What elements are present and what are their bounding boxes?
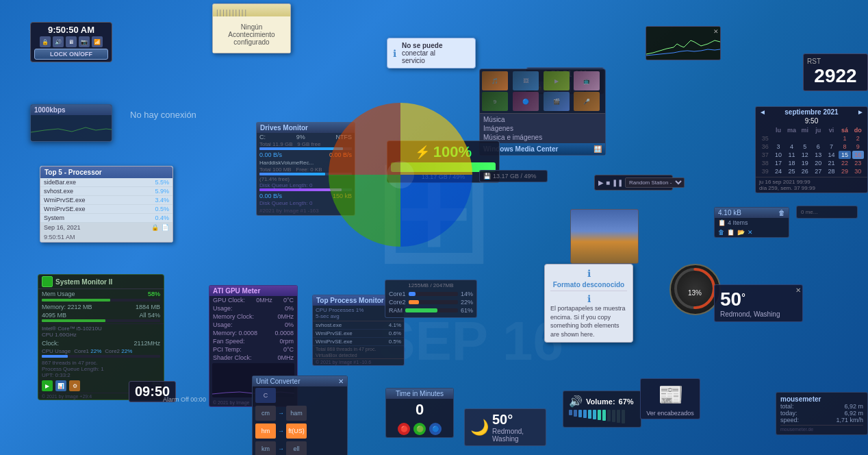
clipboard-close-icon[interactable]: ✕: [748, 229, 753, 236]
media-thumb-4[interactable]: 📺: [574, 71, 600, 90]
clock-icon-5[interactable]: 📶: [92, 36, 103, 47]
weather-close-icon[interactable]: ✕: [795, 286, 801, 294]
vol-seg-1: [569, 410, 572, 415]
clock-icon-2[interactable]: 🔊: [53, 36, 64, 47]
media-thumb-1[interactable]: 🎵: [482, 71, 508, 90]
volume-percent: 67%: [619, 397, 634, 406]
drive-c-bar: [259, 147, 352, 150]
mousemeter-title: mousemeter: [780, 395, 863, 403]
clipboard-icon: 📋: [718, 219, 726, 226]
notification-widget: 0 me...: [796, 206, 858, 219]
vol-seg-6: [593, 410, 596, 419]
core-usage-widget: 1255MB / 2047MB Core1 14% Core2 22% RAM …: [385, 280, 477, 318]
sysmon-icon-2[interactable]: 📊: [55, 380, 66, 391]
calendar-next-btn[interactable]: ►: [857, 108, 864, 116]
unit-btn-ham[interactable]: ham: [286, 406, 307, 421]
mousemeter-speed-row: speed: 1,71 km/h: [780, 417, 863, 423]
media-thumb-7[interactable]: 🎬: [544, 92, 570, 111]
hdd-widget: 💾 13.17 GB / 49%: [479, 170, 548, 182]
unit-btn-km[interactable]: km: [255, 441, 276, 455]
calendar-month-label: septiembre 2021: [784, 108, 838, 116]
weather-temp: 50 °: [720, 288, 797, 310]
photo-landscape: [571, 210, 638, 263]
clipboard-action-row: 🗑 📋 📂 ✕: [715, 228, 789, 237]
radio-play-btn[interactable]: ▶: [598, 179, 604, 186]
clipboard-delete-icon[interactable]: 🗑: [718, 229, 724, 236]
time-min-reset-btn[interactable]: 🔴: [398, 423, 410, 435]
clock-icon-1[interactable]: 🔒: [40, 36, 51, 47]
vol-seg-12: [622, 410, 625, 423]
calendar-time: 9:50: [756, 117, 867, 125]
formato-text: El portapapeles se muestra encima. Si If…: [550, 304, 627, 339]
radio-stop-btn[interactable]: ■: [606, 179, 610, 186]
clipboard-copy-icon[interactable]: 📋: [727, 229, 735, 236]
media-thumb-5[interactable]: 9: [482, 92, 508, 111]
speedometer-widget: 13%: [669, 264, 721, 315]
formato-icon: ℹ: [550, 268, 627, 279]
unit-btn-ftus[interactable]: ft(US): [286, 423, 307, 439]
gpu-row-5: Memory: 0.00080.0008: [209, 329, 297, 337]
vol-seg-8: [602, 410, 606, 421]
no-connection-label: No hay conexión: [130, 110, 196, 120]
rss-label[interactable]: Ver encabezados: [641, 410, 700, 419]
unit-btn-hm[interactable]: hm: [255, 423, 276, 439]
unit-row-3: km → ell: [253, 440, 347, 455]
drive-hd-row: HarddiskVolumeRec...: [257, 159, 355, 167]
drive-c-row: C:9%NTFS: [257, 133, 355, 141]
media-thumb-8[interactable]: 🎤: [574, 92, 600, 111]
radio-pause-btn[interactable]: ❚❚: [612, 179, 623, 186]
svg-text:13%: 13%: [688, 289, 702, 297]
info-widget: ℹ No se puede conectar al servicio: [387, 38, 476, 69]
calendar-prev-btn[interactable]: ◄: [759, 108, 766, 116]
unit-type-c[interactable]: C: [255, 388, 276, 403]
clock-icon-4[interactable]: 📷: [79, 36, 90, 47]
ram-row: RAM 61%: [389, 307, 473, 314]
sysmon-clock-row: Clock:2112MHz: [38, 339, 164, 347]
media-menu-musica-imagenes[interactable]: Música e imágenes: [483, 133, 602, 142]
unit-close-icon[interactable]: ✕: [338, 378, 344, 385]
time-min-play-btn[interactable]: 🟢: [413, 423, 426, 435]
sysmon-icon-1[interactable]: ▶: [42, 380, 53, 391]
redmond-temp: 50°: [492, 412, 540, 428]
alarm-label: Alarm Off 00:00: [163, 396, 206, 403]
calendar-grid: lu ma mi ju vi sá do 35 12 36 345 67 89 …: [756, 125, 867, 177]
weather-city: Redmond, Washing: [720, 310, 797, 318]
media-menu-musica[interactable]: Música: [483, 115, 602, 124]
drive-speed-row: 0.00 B/s0.00 B/s: [257, 151, 355, 159]
sysmon-icon-3[interactable]: ⚙: [69, 380, 80, 391]
media-thumb-3[interactable]: ▶: [544, 71, 570, 90]
top5-icon-2: 📄: [162, 224, 169, 231]
time-in-minutes-widget: Time in Minutes 0 🔴 🟢 🔵: [385, 388, 454, 438]
clock-icon-3[interactable]: 🖥: [66, 36, 77, 47]
top-process-virtual: VirtualBox detected: [313, 352, 404, 358]
drives-monitor-title: Drives Monitor: [257, 123, 355, 133]
time-min-title: Time in Minutes: [386, 389, 453, 399]
time-min-buttons: 🔴 🟢 🔵: [386, 421, 453, 437]
sysmon-cpu-label: Intel® Core™ i5-10210U CPU 1.60GHz: [38, 323, 164, 339]
drive-hd-bar: [259, 173, 352, 175]
hdd-icon: 💾: [483, 173, 491, 180]
media-thumb-2[interactable]: 🖼: [513, 71, 539, 90]
sysmon-green-icon: [42, 276, 53, 287]
date-watermark: SEP 16: [379, 310, 563, 373]
unit-btn-cm[interactable]: cm: [255, 406, 276, 421]
media-menu-imagenes[interactable]: Imágenes: [483, 124, 602, 133]
core2-row: Core2 22%: [389, 299, 473, 306]
vol-seg-3: [578, 410, 582, 417]
unit-btn-ell[interactable]: ell: [286, 441, 307, 455]
gpu-row-4: Usage:0%: [209, 321, 297, 329]
battery-icon: ⚡: [415, 145, 430, 160]
vol-seg-9: [607, 410, 611, 421]
time-min-lock-btn[interactable]: 🔵: [429, 423, 442, 435]
clipboard-open-icon[interactable]: 📂: [737, 229, 745, 236]
unit-arrow-1: →: [278, 410, 284, 417]
media-thumb-6[interactable]: 🔵: [513, 92, 539, 111]
drive-speed2-row: 0.00 B/s150 kB: [257, 192, 355, 200]
top-process-footer: © 2021 by Image #1 -10.6: [313, 358, 404, 365]
radio-station-select[interactable]: Random Station -: [625, 177, 685, 188]
notepad-widget: |||||||||| Ningún Acontecimiento configu…: [212, 3, 291, 53]
media-menu: Música Imágenes Música e imágenes: [480, 113, 605, 143]
graph-close-icon[interactable]: ✕: [713, 28, 719, 35]
core-title: 1255MB / 2047MB: [389, 282, 473, 288]
lock-on-off-button[interactable]: LOCK ON/OFF: [34, 49, 108, 60]
